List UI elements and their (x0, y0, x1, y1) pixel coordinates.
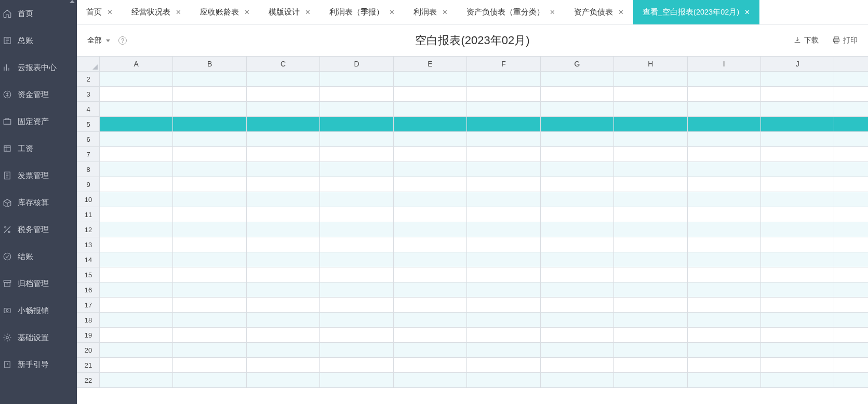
row-header-16[interactable]: 16 (77, 282, 100, 298)
cell-H9[interactable] (614, 177, 687, 192)
cell-E4[interactable] (393, 102, 466, 117)
cell-F16[interactable] (467, 282, 540, 298)
cell-D18[interactable] (320, 313, 393, 328)
cell-F7[interactable] (467, 147, 540, 162)
spreadsheet[interactable]: ABCDEFGHIJK23456789101112131415161718192… (77, 56, 868, 404)
cell-G7[interactable] (540, 147, 613, 162)
cell-J10[interactable] (760, 192, 834, 207)
cell-D12[interactable] (320, 222, 393, 237)
cell-B9[interactable] (173, 177, 246, 192)
cell-C12[interactable] (246, 222, 319, 237)
col-header-D[interactable]: D (320, 57, 393, 72)
cell-C10[interactable] (246, 192, 319, 207)
cell-D8[interactable] (320, 162, 393, 177)
cell-K6[interactable] (834, 132, 868, 147)
cell-F18[interactable] (467, 313, 540, 328)
cell-C16[interactable] (246, 282, 319, 298)
cell-B20[interactable] (173, 343, 246, 358)
sidebar-item-12[interactable]: 基础设置 (0, 324, 77, 351)
cell-F3[interactable] (467, 87, 540, 102)
cell-C9[interactable] (246, 177, 319, 192)
cell-G4[interactable] (540, 102, 613, 117)
row-header-5[interactable]: 5 (77, 117, 100, 132)
cell-A10[interactable] (100, 192, 173, 207)
cell-G5[interactable] (540, 117, 613, 132)
cell-E8[interactable] (393, 162, 466, 177)
cell-G12[interactable] (540, 222, 613, 237)
cell-F17[interactable] (467, 298, 540, 313)
cell-H11[interactable] (614, 207, 687, 222)
cell-I10[interactable] (687, 192, 760, 207)
cell-K7[interactable] (834, 147, 868, 162)
cell-F11[interactable] (467, 207, 540, 222)
cell-A12[interactable] (100, 222, 173, 237)
cell-D4[interactable] (320, 102, 393, 117)
cell-H20[interactable] (614, 343, 687, 358)
cell-A15[interactable] (100, 267, 173, 282)
cell-A20[interactable] (100, 343, 173, 358)
cell-K16[interactable] (834, 282, 868, 298)
cell-I4[interactable] (687, 102, 760, 117)
cell-A6[interactable] (100, 132, 173, 147)
cell-F14[interactable] (467, 252, 540, 267)
cell-H19[interactable] (614, 328, 687, 343)
sidebar-item-8[interactable]: 税务管理 (0, 216, 77, 243)
row-header-15[interactable]: 15 (77, 267, 100, 282)
cell-H10[interactable] (614, 192, 687, 207)
cell-E17[interactable] (393, 298, 466, 313)
cell-I6[interactable] (687, 132, 760, 147)
cell-D19[interactable] (320, 328, 393, 343)
cell-I11[interactable] (687, 207, 760, 222)
cell-J6[interactable] (760, 132, 834, 147)
row-header-11[interactable]: 11 (77, 207, 100, 222)
cell-A17[interactable] (100, 298, 173, 313)
cell-C22[interactable] (246, 373, 319, 388)
cell-B14[interactable] (173, 252, 246, 267)
cell-I5[interactable] (687, 117, 760, 132)
cell-K10[interactable] (834, 192, 868, 207)
cell-D22[interactable] (320, 373, 393, 388)
close-icon[interactable]: ✕ (305, 8, 311, 16)
close-icon[interactable]: ✕ (442, 8, 448, 16)
cell-H2[interactable] (614, 72, 687, 87)
cell-K19[interactable] (834, 328, 868, 343)
cell-B19[interactable] (173, 328, 246, 343)
sidebar-item-7[interactable]: 库存核算 (0, 189, 77, 216)
close-icon[interactable]: ✕ (550, 8, 555, 16)
cell-A5[interactable] (100, 117, 173, 132)
cell-A8[interactable] (100, 162, 173, 177)
col-header-J[interactable]: J (760, 57, 834, 72)
cell-K5[interactable] (834, 117, 868, 132)
cell-H7[interactable] (614, 147, 687, 162)
cell-H13[interactable] (614, 237, 687, 252)
cell-J17[interactable] (760, 298, 834, 313)
cell-A13[interactable] (100, 237, 173, 252)
tab-3[interactable]: 模版设计✕ (259, 0, 320, 24)
row-header-8[interactable]: 8 (77, 162, 100, 177)
cell-C20[interactable] (246, 343, 319, 358)
close-icon[interactable]: ✕ (744, 8, 750, 16)
cell-E3[interactable] (393, 87, 466, 102)
cell-E20[interactable] (393, 343, 466, 358)
cell-H8[interactable] (614, 162, 687, 177)
cell-B21[interactable] (173, 358, 246, 373)
cell-J20[interactable] (760, 343, 834, 358)
cell-G18[interactable] (540, 313, 613, 328)
filter-dropdown[interactable]: 全部 ? (87, 36, 127, 45)
cell-D9[interactable] (320, 177, 393, 192)
cell-C18[interactable] (246, 313, 319, 328)
cell-K3[interactable] (834, 87, 868, 102)
cell-J9[interactable] (760, 177, 834, 192)
cell-A11[interactable] (100, 207, 173, 222)
cell-H6[interactable] (614, 132, 687, 147)
cell-B5[interactable] (173, 117, 246, 132)
cell-J19[interactable] (760, 328, 834, 343)
cell-A4[interactable] (100, 102, 173, 117)
cell-H21[interactable] (614, 358, 687, 373)
cell-G10[interactable] (540, 192, 613, 207)
cell-H3[interactable] (614, 87, 687, 102)
col-header-E[interactable]: E (393, 57, 466, 72)
cell-D20[interactable] (320, 343, 393, 358)
cell-D21[interactable] (320, 358, 393, 373)
cell-F2[interactable] (467, 72, 540, 87)
